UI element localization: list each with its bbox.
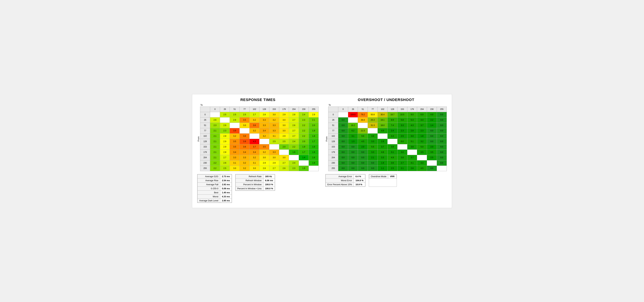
heatmap-cell: 0.0 [348, 160, 358, 166]
heatmap-cell: 2.7 [279, 160, 289, 166]
heatmap-cell: 2.5 [220, 112, 230, 117]
heatmap-cell: 2.3 [289, 166, 299, 171]
avg-rise-value: 2.54 ms [220, 178, 232, 182]
heatmap-cell: 1.6 [309, 160, 319, 166]
heatmap-cell: 3.3 [240, 155, 250, 160]
heatmap-cell: 4.5 [358, 139, 368, 144]
heatmap-cell: 3.6 [240, 134, 250, 139]
heatmap-cell: 2.3 [417, 128, 427, 134]
heatmap-cell: 2.6 [220, 160, 230, 166]
heatmap-cell: 2.2 [210, 166, 220, 171]
heatmap-cell: 2.4 [289, 160, 299, 166]
heatmap-cell: 1.9 [309, 128, 319, 134]
heatmap-cell: 3.3 [230, 155, 240, 160]
table-row: 512.32.63.03.63.33.33.02.62.22.0 [200, 123, 319, 128]
heatmap-cell: 1.1 [378, 166, 388, 171]
worst-value: 4.33 ms [220, 194, 232, 198]
heatmap-cell [279, 150, 289, 155]
col-header-2: 26 [220, 106, 230, 112]
heatmap-cell: 2.8 [220, 134, 230, 139]
heatmap-cell: 3.7 [378, 144, 388, 150]
heatmap-cell: 104.6 [348, 112, 358, 117]
overshoot-stats-block: Average Error 6.4 % Worst Error 104.6 % … [325, 174, 366, 187]
heatmap-cell: 4.3 [250, 139, 260, 144]
heatmap-cell: 79.2 [358, 112, 368, 117]
heatmap-cell: 2.8 [407, 166, 417, 171]
heatmap-cell: 3.2 [269, 117, 279, 123]
heatmap-cell: 2.4 [289, 139, 299, 144]
heatmap-cell: 0.0 [427, 134, 437, 139]
heatmap-cell [427, 160, 437, 166]
heatmap-cell: 3.3 [259, 117, 269, 123]
heatmap-cell: 2.7 [220, 155, 230, 160]
heatmap-cell: 36.6 [358, 117, 368, 123]
heatmap-cell: 3.6 [250, 123, 260, 128]
heatmap-cell: 0.0 [437, 144, 447, 150]
heatmap-cell: 1.9 [299, 166, 309, 171]
heatmap-cell: 3.5 [230, 144, 240, 150]
heatmap-cell: 3.1 [230, 160, 240, 166]
heatmap-cell: 2.2 [299, 128, 309, 134]
heatmap-cell: 3.5 [427, 150, 437, 155]
sections-row: RESPONSE TIMES From To 02651771021281531… [197, 98, 447, 203]
heatmap-cell: 9.0 [407, 112, 417, 117]
heatmap-cell: 3.3 [368, 139, 378, 144]
overshoot-section: OVERSHOOT / UNDERSHOOT From To 026517710… [325, 98, 447, 187]
overdrive-value: VRR [388, 174, 396, 178]
heatmap-cell: 2.3 [210, 123, 220, 128]
table-row: 1530.00.02.05.53.73.83.85.02.00.0 [328, 144, 447, 150]
heatmap-cell: 3.6 [388, 160, 397, 166]
heatmap-cell: 21.5 [358, 128, 368, 134]
zero-255-label: 0-255-0 [198, 186, 220, 190]
row-header-1: 26 [328, 117, 338, 123]
overdrive-row: Overdrive Mode VRR [369, 174, 396, 178]
col-header-5: 102 [250, 106, 260, 112]
error-pct-value: 10.9 % [354, 182, 365, 186]
heatmap-cell [299, 160, 309, 166]
heatmap-cell: 3.0 [269, 155, 279, 160]
response-times-section: RESPONSE TIMES From To 02651771021281531… [197, 98, 319, 203]
table-row: 510.016.231.318.07.43.34.33.71.40.0 [328, 123, 447, 128]
heatmap-cell: 3.0 [279, 117, 289, 123]
heatmap-cell: 3.2 [230, 134, 240, 139]
heatmap-cell: 5.5 [368, 144, 378, 150]
heatmap-cell: 4.4 [417, 117, 427, 123]
heatmap-cell: 2.5 [427, 155, 437, 160]
heatmap-cell: 0.0 [348, 144, 358, 150]
heatmap-cell: 2.1 [210, 139, 220, 144]
refresh-rate-label: Refresh Rate [236, 174, 263, 178]
heatmap-cell: 0.0 [338, 160, 348, 166]
error-pct-label: Error Percent Above 15% [326, 182, 354, 186]
heatmap-cell: 30.4 [378, 112, 388, 117]
avg-g2g-label: Average G2G [198, 174, 220, 178]
refresh-window-row: Refresh Window 6.06 ms [236, 178, 275, 182]
heatmap-cell: 2.0 [309, 123, 319, 128]
best-row: Best 1.40 ms [198, 190, 232, 194]
heatmap-cell: 1.6 [309, 155, 319, 160]
heatmap-cell: 1.6 [309, 150, 319, 155]
heatmap-cell: 0.0 [338, 117, 348, 123]
worst-row: Worst 4.33 ms [198, 194, 232, 198]
heatmap-cell: 1.7 [309, 139, 319, 144]
heatmap-cell: 2.1 [368, 155, 378, 160]
avg-g2g-value: 2.73 ms [220, 174, 232, 178]
heatmap-cell: 3.1 [388, 150, 397, 155]
heatmap-cell: 3.2 [417, 139, 427, 144]
heatmap-cell: 2.9 [378, 139, 388, 144]
heatmap-cell: 0.0 [358, 160, 368, 166]
heatmap-cell: 2.0 [358, 144, 368, 150]
avg-dark-row: Average Dark Level 2.85 ms [198, 198, 232, 202]
heatmap-cell: 0.0 [368, 166, 378, 171]
overshoot-matrix-inner: To 02651771021281531792042302550104.679.… [328, 104, 447, 171]
heatmap-cell: 2.9 [279, 112, 289, 117]
avg-error-label: Average Error [326, 174, 354, 178]
left-stats-table: Average G2G 2.73 ms Average Rise 2.54 ms… [198, 174, 232, 203]
heatmap-cell: 2.1 [397, 166, 407, 171]
table-row: 1282.12.93.53.94.32.52.52.42.01.7 [200, 139, 319, 144]
heatmap-cell: 3.4 [240, 150, 250, 155]
avg-fall-value: 2.92 ms [220, 182, 232, 186]
heatmap-cell [210, 112, 220, 117]
overshoot-stats-table: Average Error 6.4 % Worst Error 104.6 % … [326, 174, 365, 186]
heatmap-cell: 3.3 [269, 128, 279, 134]
heatmap-cell: 3.2 [259, 150, 269, 155]
